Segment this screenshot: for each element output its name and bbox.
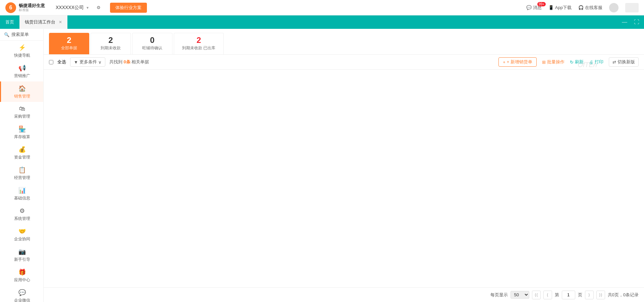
- quick-nav-icon: ⚡: [18, 44, 26, 51]
- page-label: 第: [555, 292, 559, 298]
- sidebar-item-basic-info[interactable]: 📊 基础信息: [0, 183, 43, 204]
- operation-icon: 📋: [18, 166, 26, 174]
- print-label: 打印: [595, 59, 603, 65]
- header-right: 💬 消息 99+ 📱 App下载 🎧 在线客服: [526, 3, 639, 12]
- message-badge: 99+: [537, 2, 546, 6]
- maximize-icon[interactable]: ⛶: [632, 17, 641, 27]
- stat-tab-wangfu[interactable]: 0 旺辅待确认: [132, 33, 172, 54]
- trial-button[interactable]: 体验行业方案: [110, 3, 147, 13]
- system-icon: ⚙: [19, 207, 25, 215]
- wechat-icon: 💬: [18, 289, 26, 296]
- enterprise-icon: 🤝: [18, 228, 26, 235]
- sidebar-item-label: 营销推广: [14, 73, 30, 79]
- sidebar-item-purchase[interactable]: 🛍 采购管理: [0, 102, 43, 122]
- batch-icon: ⊞: [542, 60, 546, 65]
- minimize-icon[interactable]: —: [620, 17, 629, 27]
- stat-label-out: 到期未收款 已出库: [182, 45, 215, 51]
- table-area: [44, 70, 644, 287]
- purchase-icon: 🛍: [19, 105, 25, 112]
- select-all-checkbox[interactable]: [49, 60, 53, 64]
- sidebar-item-quick-nav[interactable]: ⚡ 快捷导航: [0, 41, 43, 61]
- marketing-icon: 📢: [18, 64, 26, 72]
- switch-label: 切换新版: [618, 59, 635, 65]
- toolbar: 全选 ▼ 更多条件 ∨ 共找到 0条 相关单据 + + 新增销货单 ⊞ 批量操作: [44, 55, 644, 70]
- add-order-button[interactable]: + + 新增销货单: [498, 57, 537, 67]
- sidebar-item-label: 新手引导: [14, 257, 30, 262]
- sidebar-item-operation[interactable]: 📋 经营管理: [0, 163, 43, 183]
- last-page-button[interactable]: ⟩⟩: [596, 291, 605, 299]
- result-count: 0条: [124, 59, 130, 64]
- stat-num-all: 2: [67, 36, 71, 45]
- per-page-select[interactable]: 50 100 200: [511, 291, 529, 299]
- sidebar-search[interactable]: 🔍 搜索菜单: [0, 29, 43, 41]
- inventory-icon: 🏪: [18, 125, 26, 133]
- add-order-label: + 新增销货单: [507, 59, 532, 65]
- finance-icon: 💰: [18, 146, 26, 153]
- refresh-label: 刷新: [575, 59, 584, 65]
- app-download-item[interactable]: 📱 App下载: [548, 5, 572, 11]
- top-header: 6 畅捷通好生意 标准版 XXXXXX公司 ▾ ⚙ 体验行业方案 💬 消息 99…: [0, 0, 644, 15]
- message-item[interactable]: 💬 消息 99+: [526, 5, 542, 11]
- stat-tab-overdue[interactable]: 2 到期未收款: [91, 33, 131, 54]
- switch-icon: ⇄: [612, 60, 616, 65]
- first-page-button[interactable]: ⟨⟨: [532, 291, 541, 299]
- filter-label: 更多条件: [79, 59, 97, 65]
- sidebar-item-label: 资金管理: [14, 155, 30, 160]
- print-button[interactable]: 🖨 打印: [589, 59, 603, 65]
- tab-workbench[interactable]: 钱货日清工作台 ✕: [19, 15, 67, 29]
- company-dropdown-icon[interactable]: ▾: [87, 5, 89, 10]
- stat-num-out: 2: [197, 36, 201, 45]
- headset-icon: 🎧: [578, 5, 584, 10]
- logo-text: 畅捷通好生意 标准版: [19, 3, 45, 12]
- settings-icon[interactable]: ⚙: [94, 3, 103, 12]
- toolbar-right: + + 新增销货单 ⊞ 批量操作 ↻ 刷新 🖨 打印 ⇄ 切换新版: [498, 57, 639, 67]
- app-logo-icon: 6: [5, 2, 16, 13]
- logo-title: 畅捷通好生意: [19, 3, 45, 8]
- user-info[interactable]: [625, 3, 639, 12]
- tab-close-icon[interactable]: ✕: [59, 20, 62, 24]
- per-page-label: 每页显示: [490, 292, 508, 298]
- stat-num-overdue: 2: [108, 36, 113, 45]
- newbie-icon: 📷: [18, 248, 26, 255]
- company-area: XXXXXX公司 ▾ ⚙ 体验行业方案: [56, 3, 147, 13]
- sidebar-item-label: 应用中心: [14, 277, 30, 283]
- tab-bar-actions: — ⛶: [620, 17, 644, 27]
- sidebar-item-label: 系统管理: [14, 216, 30, 222]
- online-service-item[interactable]: 🎧 在线客服: [578, 5, 602, 11]
- prev-page-button[interactable]: ⟨: [543, 291, 552, 299]
- next-page-button[interactable]: ⟩: [585, 291, 594, 299]
- sidebar-item-label: 企业微信: [14, 298, 30, 302]
- batch-operation-button[interactable]: ⊞ 批量操作: [542, 59, 565, 65]
- sidebar-item-label: 销售管理: [14, 94, 30, 99]
- app-download-label: App下载: [555, 5, 572, 11]
- sidebar-item-wechat[interactable]: 💬 企业微信: [0, 286, 43, 302]
- sidebar-item-inventory[interactable]: 🏪 库存核算: [0, 122, 43, 142]
- page-input[interactable]: [562, 291, 575, 299]
- sidebar-item-newbie[interactable]: 📷 新手引导: [0, 245, 43, 265]
- add-icon: +: [503, 60, 505, 65]
- pagination-bar: 每页显示 50 100 200 ⟨⟨ ⟨ 第 页 ⟩ ⟩⟩ 共0页，0条记录: [44, 287, 644, 302]
- sidebar-item-marketing[interactable]: 📢 营销推广: [0, 61, 43, 81]
- tab-home[interactable]: 首页: [0, 15, 19, 29]
- stat-tab-out[interactable]: 2 到期未收款 已出库: [174, 33, 224, 54]
- filter-button[interactable]: ▼ 更多条件 ∨: [70, 57, 105, 67]
- logo-sub: 标准版: [19, 8, 45, 12]
- sidebar-item-enterprise[interactable]: 🤝 企业协同: [0, 224, 43, 245]
- sidebar-item-sales[interactable]: 🏠 销售管理: [0, 81, 43, 102]
- content-area: 2 全部单据 2 到期未收款 0 旺辅待确认 2 到期未收款 已出库 全选 ▼ …: [44, 29, 644, 302]
- print-icon: 🖨: [589, 60, 593, 65]
- avatar[interactable]: [609, 3, 619, 12]
- stat-label-all: 全部单据: [61, 45, 77, 51]
- tab-bar: 首页 钱货日清工作台 ✕ — ⛶: [0, 15, 644, 29]
- message-icon: 💬: [526, 5, 532, 10]
- refresh-button[interactable]: ↻ 刷新: [570, 59, 584, 65]
- sidebar-item-app-center[interactable]: 🎁 应用中心: [0, 265, 43, 286]
- filter-icon: ▼: [74, 60, 78, 65]
- workbench-tab-label: 钱货日清工作台: [25, 19, 55, 25]
- basic-info-icon: 📊: [18, 187, 26, 194]
- stat-tab-all[interactable]: 2 全部单据: [49, 33, 89, 54]
- sidebar-item-finance[interactable]: 💰 资金管理: [0, 142, 43, 163]
- switch-new-button[interactable]: ⇄ 切换新版: [609, 57, 639, 67]
- page-unit: 页: [578, 292, 582, 298]
- sidebar-item-system[interactable]: ⚙ 系统管理: [0, 204, 43, 224]
